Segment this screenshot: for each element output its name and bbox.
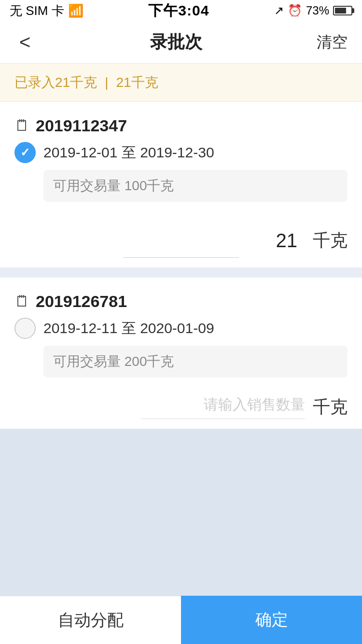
status-bar: 无 SIM 卡 📶 下午3:04 ↗ ⏰ 73% bbox=[0, 0, 362, 21]
batch-2-icon: 🗒 bbox=[14, 293, 30, 310]
batch-1-date: 2019-12-01 至 2019-12-30 bbox=[43, 143, 214, 163]
recorded-amount: 已录入21千克 bbox=[14, 73, 97, 92]
alarm-icon: ⏰ bbox=[288, 4, 302, 17]
batch-card-2: 🗒 2019126781 2019-12-11 至 2020-01-09 可用交… bbox=[0, 278, 362, 429]
battery-percent: 73% bbox=[306, 4, 329, 17]
gray-area bbox=[0, 429, 362, 617]
batch-2-input-placeholder: 请输入销售数量 bbox=[204, 395, 305, 415]
batch-1-qty-row: 21 千克 bbox=[0, 219, 362, 268]
bottom-bar: 自动分配 确定 bbox=[0, 596, 362, 644]
batch-2-id: 2019126781 bbox=[36, 292, 127, 311]
batch-2-row[interactable]: 2019-12-11 至 2020-01-09 bbox=[14, 318, 348, 339]
batch-2-radio[interactable] bbox=[14, 318, 36, 339]
batch-2-available: 可用交易量 200千克 bbox=[43, 346, 348, 378]
batch-item-2: 🗒 2019126781 2019-12-11 至 2020-01-09 可用交… bbox=[0, 278, 362, 378]
location-icon: ↗ bbox=[274, 4, 284, 17]
status-right: ↗ ⏰ 73% bbox=[274, 4, 352, 17]
info-divider: | bbox=[105, 75, 108, 90]
info-value: 21千克 bbox=[116, 73, 158, 92]
batch-2-underline bbox=[141, 419, 305, 419]
batch-2-input-wrap[interactable]: 请输入销售数量 bbox=[14, 395, 305, 419]
batch-2-header: 🗒 2019126781 bbox=[14, 292, 348, 311]
status-time: 下午3:04 bbox=[148, 1, 209, 21]
batch-1-row[interactable]: ✓ 2019-12-01 至 2019-12-30 bbox=[14, 142, 348, 163]
batch-1-header: 🗒 2019112347 bbox=[14, 116, 348, 135]
section-divider bbox=[0, 268, 362, 278]
batch-2-unit: 千克 bbox=[313, 395, 348, 419]
batch-1-icon: 🗒 bbox=[14, 117, 30, 135]
batch-1-radio[interactable]: ✓ bbox=[14, 142, 36, 163]
batch-1-available: 可用交易量 100千克 bbox=[43, 170, 348, 202]
info-banner: 已录入21千克 | 21千克 bbox=[0, 64, 362, 102]
batch-1-unit: 千克 bbox=[313, 229, 348, 252]
back-button[interactable]: < bbox=[14, 27, 35, 58]
batch-item-1: 🗒 2019112347 ✓ 2019-12-01 至 2019-12-30 可… bbox=[0, 102, 362, 219]
auto-distribute-button[interactable]: 自动分配 bbox=[0, 596, 181, 644]
carrier-text: 无 SIM 卡 bbox=[10, 2, 64, 19]
clear-button[interactable]: 清空 bbox=[317, 32, 348, 53]
batch-card-1: 🗒 2019112347 ✓ 2019-12-01 至 2019-12-30 可… bbox=[0, 102, 362, 268]
batch-2-date: 2019-12-11 至 2020-01-09 bbox=[43, 319, 214, 338]
batch-1-quantity: 21 bbox=[276, 230, 298, 252]
check-icon: ✓ bbox=[20, 146, 30, 159]
page-title: 录批次 bbox=[150, 30, 202, 54]
battery-icon bbox=[333, 6, 352, 15]
wifi-icon: 📶 bbox=[68, 3, 84, 18]
batch-2-qty-row[interactable]: 请输入销售数量 千克 bbox=[0, 385, 362, 419]
status-carrier: 无 SIM 卡 📶 bbox=[10, 2, 84, 19]
confirm-button[interactable]: 确定 bbox=[181, 596, 362, 644]
nav-bar: < 录批次 清空 bbox=[0, 21, 362, 64]
batch-1-id: 2019112347 bbox=[36, 116, 127, 135]
